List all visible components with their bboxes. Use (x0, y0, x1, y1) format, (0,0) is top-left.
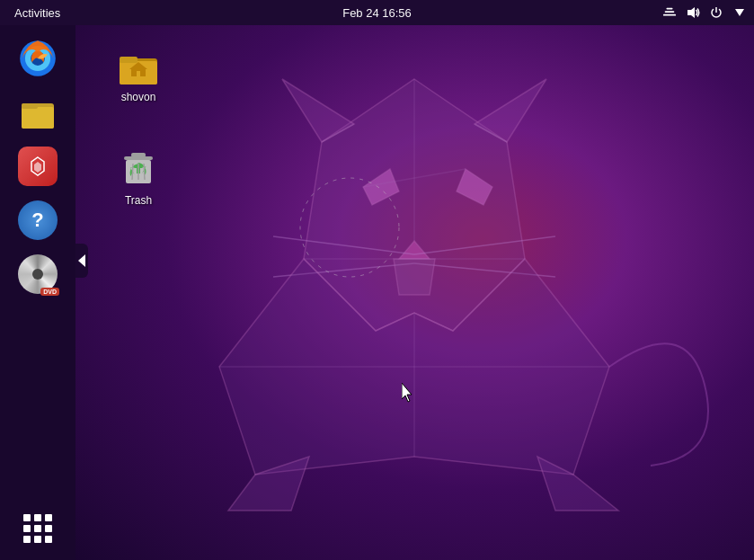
network-icon[interactable] (662, 5, 677, 20)
dvd-label: DVD (40, 288, 59, 296)
svg-rect-2 (666, 8, 672, 10)
power-icon[interactable] (709, 5, 723, 20)
help-icon: ? (18, 200, 58, 240)
svg-marker-3 (687, 7, 695, 18)
sidebar-item-files[interactable] (13, 88, 62, 137)
taskbar-left: Activities (0, 4, 67, 22)
sidebar-expand-tab[interactable] (75, 244, 88, 278)
svg-rect-10 (22, 103, 38, 109)
app-grid-icon (23, 514, 52, 543)
system-menu-dropdown-icon[interactable] (732, 5, 747, 20)
sidebar-item-software-center[interactable] (13, 142, 62, 191)
svg-line-43 (144, 164, 145, 180)
svg-rect-36 (120, 57, 137, 63)
trash-icon (117, 147, 160, 191)
desktop-icon-home[interactable]: shovon (102, 39, 174, 111)
svg-rect-39 (131, 153, 146, 157)
svg-marker-4 (735, 9, 744, 16)
svg-line-41 (132, 164, 133, 180)
svg-rect-9 (22, 107, 54, 129)
desktop-icon-home-label: shovon (121, 91, 156, 105)
sidebar: ? DVD (0, 25, 75, 560)
desktop-icons-container: shovon (75, 25, 754, 560)
activities-button[interactable]: Activities (7, 4, 67, 22)
volume-icon[interactable] (686, 5, 700, 20)
taskbar: Activities Feb 24 16:56 (0, 0, 754, 25)
svg-marker-11 (78, 254, 85, 267)
taskbar-center: Feb 24 16:56 (342, 6, 412, 20)
sidebar-item-firefox[interactable] (13, 34, 62, 83)
svg-rect-0 (663, 14, 676, 16)
desktop-icon-trash-label: Trash (125, 194, 152, 209)
show-applications-button[interactable] (13, 504, 62, 553)
desktop[interactable]: shovon (75, 25, 754, 560)
sidebar-item-help[interactable]: ? (13, 196, 62, 244)
svg-rect-1 (665, 11, 675, 13)
datetime-display: Feb 24 16:56 (342, 6, 412, 20)
sidebar-item-dvd[interactable]: DVD (13, 250, 62, 298)
home-folder-icon (117, 44, 160, 87)
desktop-icon-trash[interactable]: Trash (102, 142, 174, 214)
software-center-icon (18, 147, 58, 186)
taskbar-right (662, 5, 754, 20)
